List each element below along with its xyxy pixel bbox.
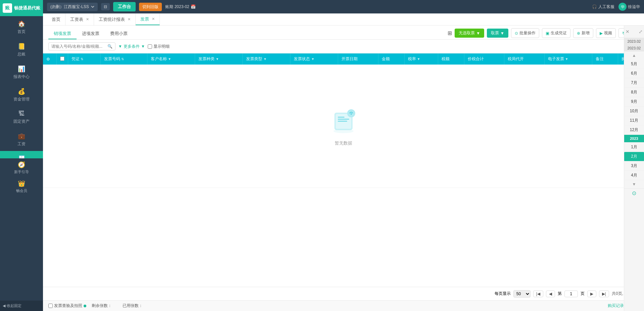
prev-page-btn[interactable]: ◀ <box>546 290 555 297</box>
search-input[interactable] <box>51 44 106 49</box>
date-month-1[interactable]: 1月 <box>624 143 644 152</box>
col-invoice-category[interactable]: 发票类型 ▼ <box>243 53 290 65</box>
tab-payroll-stats-close[interactable]: ✕ <box>128 17 131 22</box>
page-input[interactable] <box>564 290 578 297</box>
date-year-header-prev2[interactable]: 2023.02 <box>624 45 644 51</box>
tab-payroll-table[interactable]: 工资表 ✕ <box>65 13 94 25</box>
subtab-sales-invoice[interactable]: 销项发票 <box>48 29 77 39</box>
no-selection-btn[interactable]: 无选取票 ▼ <box>455 29 484 38</box>
date-month-2[interactable]: 2月 <box>624 152 644 161</box>
sidebar-item-guide[interactable]: 🧭 新手引导 <box>0 158 43 177</box>
last-page-btn[interactable]: ▶| <box>599 290 609 297</box>
date-panel-close-btn[interactable]: ✕ <box>626 27 630 36</box>
workbench-btn[interactable]: 工作台 <box>113 2 136 11</box>
tab-invoices[interactable]: 发票 ✕ <box>136 13 160 25</box>
first-page-btn[interactable]: |◀ <box>533 290 543 297</box>
search-toolbar: 🔍 ▼ 更多条件 ▼ 显示明细 <box>43 40 644 53</box>
sidebar-item-funds[interactable]: 💰 资金管理 <box>0 84 43 106</box>
sidebar-item-member[interactable]: 👑 畅会员 <box>0 177 43 196</box>
app-logo[interactable]: 账 畅捷通易代账 <box>0 0 43 16</box>
sidebar-collapse-btn[interactable]: ◀ 收起固定 <box>0 301 43 311</box>
col-customer-name[interactable]: 客户名称 ▼ <box>147 53 195 65</box>
subtab-expense-receipt[interactable]: 费用小票 <box>105 29 133 39</box>
date-panel-maximize-btn[interactable]: ⤢ <box>639 27 643 36</box>
date-month-9[interactable]: 9月 <box>624 97 644 107</box>
sidebar-item-label: 报表中心 <box>13 74 30 80</box>
col-open-date[interactable]: 开票日期 <box>338 53 378 65</box>
customer-service-btn[interactable]: 🎧 人工客服 <box>592 4 614 10</box>
col-invoice-no[interactable]: 发票号码 ⇅ <box>100 53 147 65</box>
new-btn[interactable]: ⊕ 新增 <box>573 28 593 38</box>
empty-illustration <box>328 106 359 136</box>
copy-btn[interactable]: ⊟ <box>101 3 110 10</box>
filter-arrow-icon: ▼ <box>141 44 145 49</box>
filter-icon: ▼ <box>417 57 420 61</box>
sidebar-item-ledger[interactable]: 📒 总账 <box>0 39 43 61</box>
col-tax-rate[interactable]: 税率 ▼ <box>404 53 438 65</box>
sidebar-item-label: 首页 <box>17 29 26 35</box>
tab-payroll-stats[interactable]: 工资统计报表 ✕ <box>94 13 136 25</box>
tab-invoices-close[interactable]: ✕ <box>152 17 155 21</box>
guide-icon: 🧭 <box>18 161 25 168</box>
sidebar-item-label: 资金管理 <box>13 96 30 102</box>
next-page-btn[interactable]: ▶ <box>587 290 596 297</box>
date-month-10[interactable]: 10月 <box>624 107 644 116</box>
gen-voucher-btn[interactable]: ▣ 生成凭证 <box>542 28 570 38</box>
col-settings[interactable]: ⚙ <box>43 53 56 65</box>
dropdown-arrow-icon: ▼ <box>476 31 480 36</box>
col-invoice-type[interactable]: 发票种类 ▼ <box>195 53 242 65</box>
date-month-6[interactable]: 6月 <box>624 69 644 78</box>
sidebar-item-assets[interactable]: 🏗 固定资产 <box>0 106 43 128</box>
col-checkbox[interactable] <box>56 53 68 65</box>
col-e-invoice[interactable]: 电子发票 ▼ <box>544 53 592 65</box>
svg-point-7 <box>351 113 352 115</box>
col-voucher[interactable]: 凭证 ⇅ <box>68 53 100 65</box>
subtab-purchase-invoice[interactable]: 进项发票 <box>77 29 105 39</box>
purchase-record-link[interactable]: 购买记录 <box>608 303 624 309</box>
col-amount[interactable]: 金额 <box>378 53 404 65</box>
col-total[interactable]: 价税合计 <box>464 53 504 65</box>
company-selector[interactable]: (勿删）江西服宝-LSS <box>47 3 98 11</box>
sidebar-item-payroll[interactable]: 💼 工资 <box>0 128 43 151</box>
col-tax-amount[interactable]: 税额 <box>438 53 464 65</box>
check-label[interactable]: 发票查验及拍照 <box>48 303 86 309</box>
date-month-7[interactable]: 7月 <box>624 78 644 88</box>
check-checkbox[interactable] <box>48 304 53 308</box>
toolbar-inline-right: ⊞ 无选取票 ▼ 取票 ▼ ⊙ 批量操作 ▣ 生成凭证 ⊕ <box>448 28 639 39</box>
sidebar-item-home[interactable]: 🏠 首页 <box>0 16 43 39</box>
date-month-4[interactable]: 4月 <box>624 171 644 180</box>
show-detail-check[interactable] <box>148 44 152 49</box>
col-tax-office[interactable]: 税局代开 <box>504 53 544 65</box>
sidebar-item-invoices[interactable]: 🧾 发票管理 <box>0 151 43 158</box>
tab-payroll-table-close[interactable]: ✕ <box>86 17 89 22</box>
date-month-3[interactable]: 3月 <box>624 161 644 171</box>
video-btn[interactable]: ▶ 视频 <box>596 28 616 38</box>
filter-icon: ▼ <box>118 44 122 49</box>
date-current-year[interactable]: 2023 <box>624 135 644 143</box>
topbar: (勿删）江西服宝-LSS ⊟ 工作台 切到旧版 账期 2023-02 📅 🎧 人… <box>43 0 644 13</box>
search-input-wrapper[interactable]: 🔍 <box>48 42 116 50</box>
date-bottom-icon[interactable]: ⊙ <box>632 190 636 196</box>
col-invoice-status[interactable]: 发票状态 ▼ <box>290 53 338 65</box>
date-scroll-down-btn[interactable]: ▼ <box>624 180 644 188</box>
date-month-11[interactable]: 11月 <box>624 116 644 125</box>
date-year-header-prev1[interactable]: 2023.02 <box>624 38 644 45</box>
date-month-8[interactable]: 8月 <box>624 88 644 97</box>
date-month-5[interactable]: 5月 <box>624 60 644 69</box>
select-all-checkbox[interactable] <box>60 56 64 61</box>
more-filters-btn[interactable]: ▼ 更多条件 ▼ <box>118 44 145 49</box>
col-remark[interactable]: 备注 <box>592 53 618 65</box>
tab-home[interactable]: 首页 <box>47 13 65 25</box>
take-ticket-btn[interactable]: 取票 ▼ <box>487 29 508 38</box>
check-text: 发票查验及拍照 <box>54 303 82 309</box>
page-size-select[interactable]: 20 50 100 <box>513 290 531 298</box>
user-avatar[interactable]: 华 徐溢华 <box>618 3 640 11</box>
batch-ops-btn[interactable]: ⊙ 批量操作 <box>511 28 539 38</box>
date-scroll-up-btn[interactable]: ▲ <box>624 51 644 60</box>
date-month-12[interactable]: 12月 <box>624 125 644 135</box>
switch-old-version-btn[interactable]: 切到旧版 <box>139 3 162 11</box>
sidebar-item-reports[interactable]: 📊 报表中心 <box>0 61 43 84</box>
show-detail-checkbox[interactable]: 显示明细 <box>148 44 170 49</box>
funds-icon: 💰 <box>18 88 25 95</box>
home-icon: 🏠 <box>18 20 25 28</box>
